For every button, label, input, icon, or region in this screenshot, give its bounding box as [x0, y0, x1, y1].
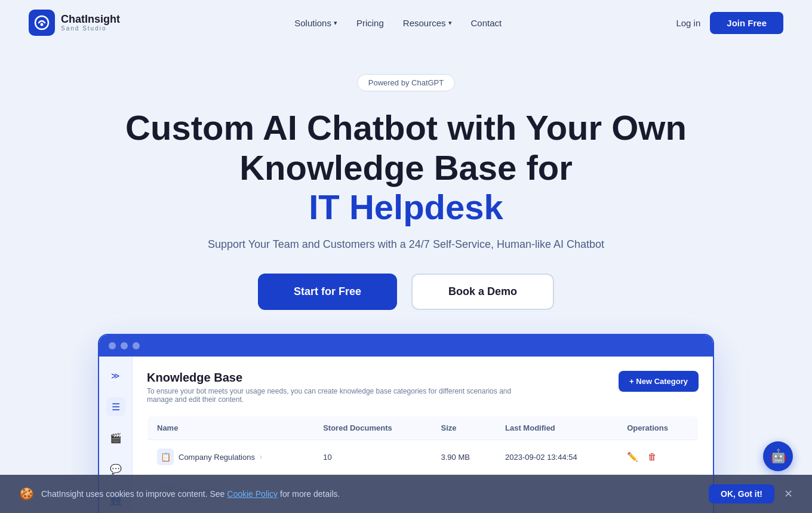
row-doc-icon: 📋: [157, 449, 174, 465]
row-last-modified: 2023-09-02 13:44:54: [496, 440, 617, 474]
cookie-close-button[interactable]: ✕: [784, 487, 793, 500]
chat-icon: 🤖: [770, 449, 786, 464]
nav-pricing[interactable]: Pricing: [356, 18, 384, 28]
start-free-button[interactable]: Start for Free: [258, 274, 397, 310]
new-category-button[interactable]: + New Category: [619, 371, 699, 392]
cookie-banner: 🍪 ChatInsight uses cookies to improve co…: [0, 475, 812, 513]
edit-icon[interactable]: ✏️: [627, 451, 638, 462]
col-size: Size: [432, 416, 496, 440]
nav-actions: Log in Join Free: [676, 12, 783, 34]
row-stored-docs: 10: [313, 440, 431, 474]
table-header-row: Name Stored Documents Size Last Modified…: [147, 416, 699, 440]
topbar-dot-3: [133, 342, 140, 349]
col-last-modified: Last Modified: [496, 416, 617, 440]
svg-point-1: [41, 23, 44, 26]
table-row: 📋 Company Regulations › 10 3.90 MB 2023-…: [147, 440, 699, 474]
col-operations: Operations: [617, 416, 698, 440]
preview-topbar: [99, 335, 713, 357]
kb-desc: To ensure your bot meets your usage need…: [147, 387, 517, 404]
hero-section: Powered by ChatGPT Custom AI Chatbot wit…: [0, 45, 812, 334]
join-free-button[interactable]: Join Free: [710, 12, 783, 34]
cookie-text: ChatInsight uses cookies to improve cont…: [41, 489, 340, 499]
logo-icon: [29, 10, 55, 36]
logo-title: ChatInsight: [61, 14, 120, 26]
cookie-right: OK, Got it! ✕: [709, 484, 793, 503]
cookie-policy-link[interactable]: Cookie Policy: [227, 489, 278, 499]
nav-contact[interactable]: Contact: [471, 18, 502, 28]
row-size: 3.90 MB: [432, 440, 496, 474]
hero-subtitle: Support Your Team and Customers with a 2…: [14, 238, 798, 251]
kb-header-text: Knowledge Base To ensure your bot meets …: [147, 371, 517, 404]
navbar: ChatInsight Sand Studio Solutions ▾ Pric…: [0, 0, 812, 45]
row-name-cell: 📋 Company Regulations ›: [147, 440, 314, 474]
logo-text: ChatInsight Sand Studio: [61, 14, 120, 32]
row-expand-icon[interactable]: ›: [260, 453, 262, 461]
row-operations: ✏️ 🗑: [617, 440, 698, 474]
chevron-down-icon: ▾: [334, 19, 337, 27]
col-stored-docs: Stored Documents: [313, 416, 431, 440]
hero-title: Custom AI Chatbot with Your Own Knowledg…: [14, 108, 798, 228]
hero-buttons: Start for Free Book a Demo: [14, 274, 798, 310]
logo: ChatInsight Sand Studio: [29, 10, 120, 36]
hero-highlight: IT Helpdesk: [309, 188, 503, 226]
chat-widget[interactable]: 🤖: [763, 441, 793, 471]
cookie-emoji: 🍪: [19, 487, 34, 501]
row-name-text: Company Regulations: [179, 453, 255, 462]
cookie-left: 🍪 ChatInsight uses cookies to improve co…: [19, 487, 340, 501]
sidebar-kb-icon[interactable]: ☰: [106, 397, 125, 416]
topbar-dot-1: [109, 342, 116, 349]
nav-links: Solutions ▾ Pricing Resources ▾ Contact: [294, 18, 502, 28]
delete-icon[interactable]: 🗑: [648, 451, 657, 462]
svg-point-0: [35, 16, 48, 29]
sidebar-collapse-icon[interactable]: ≫: [106, 366, 125, 385]
powered-badge: Powered by ChatGPT: [357, 74, 455, 91]
nav-solutions[interactable]: Solutions ▾: [294, 18, 337, 28]
book-demo-button[interactable]: Book a Demo: [411, 274, 554, 310]
kb-title: Knowledge Base: [147, 371, 517, 385]
topbar-dot-2: [121, 342, 128, 349]
login-button[interactable]: Log in: [676, 18, 700, 28]
logo-subtitle: Sand Studio: [61, 25, 120, 32]
nav-resources[interactable]: Resources ▾: [403, 18, 452, 28]
chevron-down-icon: ▾: [448, 19, 452, 27]
kb-header: Knowledge Base To ensure your bot meets …: [147, 371, 699, 404]
col-name: Name: [147, 416, 314, 440]
cookie-ok-button[interactable]: OK, Got it!: [709, 484, 774, 503]
sidebar-video-icon[interactable]: 🎬: [106, 428, 125, 447]
